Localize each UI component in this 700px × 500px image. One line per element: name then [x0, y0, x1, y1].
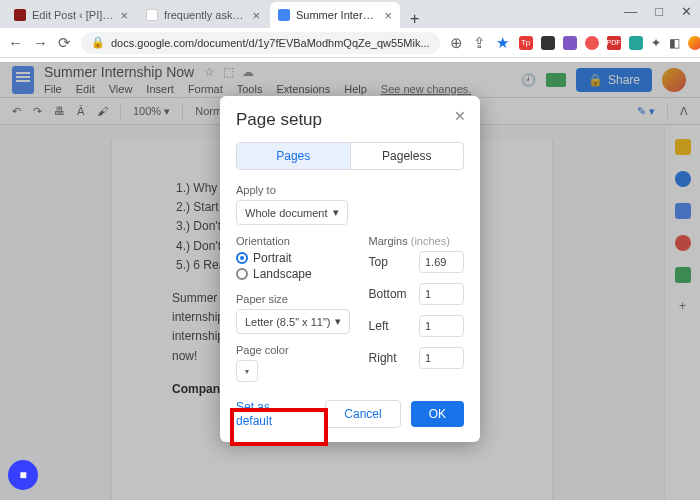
ext-icon[interactable]: [629, 36, 643, 50]
apply-to-select[interactable]: Whole document ▾: [236, 200, 348, 225]
lock-icon: 🔒: [91, 36, 105, 49]
tab-label: Summer Internship Now - Go: [296, 9, 378, 21]
ext-icon[interactable]: [563, 36, 577, 50]
set-as-default-link[interactable]: Set as default: [236, 400, 305, 428]
margin-top-label: Top: [369, 255, 388, 269]
profile-avatar[interactable]: [688, 36, 700, 50]
tab-pages[interactable]: Pages: [237, 143, 351, 169]
forward-icon[interactable]: →: [33, 34, 48, 51]
maximize-icon[interactable]: □: [655, 4, 663, 19]
meet-float-button[interactable]: ■: [8, 460, 38, 490]
cancel-button[interactable]: Cancel: [325, 400, 400, 428]
browser-tab[interactable]: Edit Post ‹ [PI] How to Chang ×: [6, 2, 136, 28]
star-icon[interactable]: ★: [496, 34, 509, 52]
back-icon[interactable]: ←: [8, 34, 23, 51]
tab-close-icon[interactable]: ×: [120, 8, 128, 23]
page-setup-dialog: Page setup ✕ Pages Pageless Apply to Who…: [220, 96, 480, 442]
extensions-icon[interactable]: ✦: [651, 36, 661, 50]
reload-icon[interactable]: ⟳: [58, 34, 71, 52]
margin-left-input[interactable]: [419, 315, 464, 337]
paper-size-label: Paper size: [236, 293, 351, 305]
video-icon: ■: [19, 468, 26, 482]
url-text: docs.google.com/document/d/1y7fEVBaModhm…: [111, 37, 430, 49]
ext-icon[interactable]: [541, 36, 555, 50]
margin-bottom-label: Bottom: [369, 287, 407, 301]
favicon-icon: [146, 9, 158, 21]
margins-label: Margins (inches): [369, 235, 464, 247]
favicon-icon: [278, 9, 290, 21]
ext-icon[interactable]: PDF: [607, 36, 621, 50]
favicon-icon: [14, 9, 26, 21]
page-mode-segmented: Pages Pageless: [236, 142, 464, 170]
browser-tab[interactable]: frequently asked questions ab ×: [138, 2, 268, 28]
url-input[interactable]: 🔒 docs.google.com/document/d/1y7fEVBaMod…: [81, 32, 440, 54]
extensions: Tp PDF ✦ ◧ ⋮: [519, 36, 700, 50]
browser-tab-active[interactable]: Summer Internship Now - Go ×: [270, 2, 400, 28]
ext-icon[interactable]: [585, 36, 599, 50]
ext-icon[interactable]: Tp: [519, 36, 533, 50]
chevron-down-icon: ▾: [333, 206, 339, 219]
new-tab-button[interactable]: +: [402, 10, 427, 28]
margin-left-label: Left: [369, 319, 389, 333]
apply-to-label: Apply to: [236, 184, 464, 196]
chevron-down-icon: ▾: [245, 367, 249, 376]
tab-close-icon[interactable]: ×: [252, 8, 260, 23]
extensions-puzzle-icon[interactable]: ◧: [669, 36, 680, 50]
minimize-icon[interactable]: —: [624, 4, 637, 19]
margin-bottom-input[interactable]: [419, 283, 464, 305]
close-icon[interactable]: ✕: [454, 108, 466, 124]
tab-label: frequently asked questions ab: [164, 9, 246, 21]
orientation-portrait-radio[interactable]: Portrait: [236, 251, 292, 265]
install-icon[interactable]: ⊕: [450, 34, 463, 52]
margin-right-input[interactable]: [419, 347, 464, 369]
margin-top-input[interactable]: [419, 251, 464, 273]
address-bar: ← → ⟳ 🔒 docs.google.com/document/d/1y7fE…: [0, 28, 700, 58]
tab-pageless[interactable]: Pageless: [351, 143, 464, 169]
orientation-landscape-radio[interactable]: Landscape: [236, 267, 312, 281]
browser-tab-strip: Edit Post ‹ [PI] How to Chang × frequent…: [0, 0, 700, 28]
tab-close-icon[interactable]: ×: [384, 8, 392, 23]
paper-size-select[interactable]: Letter (8.5" x 11") ▾: [236, 309, 350, 334]
margin-right-label: Right: [369, 351, 397, 365]
chevron-down-icon: ▾: [335, 315, 341, 328]
page-color-select[interactable]: ▾: [236, 360, 258, 382]
dialog-title: Page setup: [236, 110, 464, 130]
ok-button[interactable]: OK: [411, 401, 464, 427]
page-color-label: Page color: [236, 344, 351, 356]
close-window-icon[interactable]: ✕: [681, 4, 692, 19]
share-page-icon[interactable]: ⇪: [473, 34, 486, 52]
tab-label: Edit Post ‹ [PI] How to Chang: [32, 9, 114, 21]
orientation-label: Orientation: [236, 235, 351, 247]
